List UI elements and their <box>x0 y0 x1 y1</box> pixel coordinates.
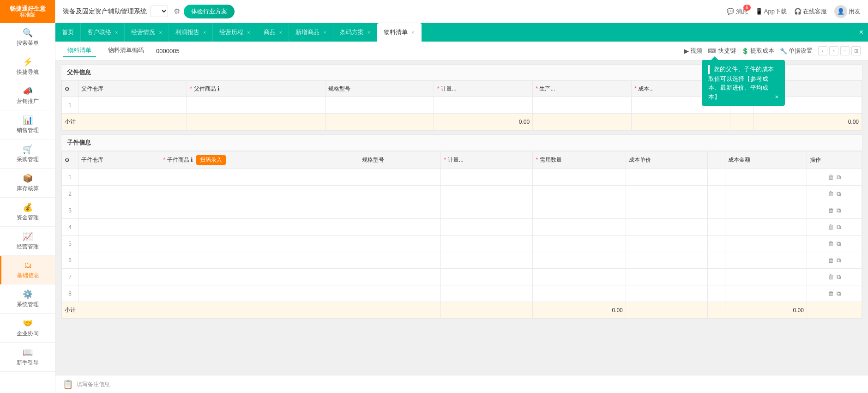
nav-tab-条码方案[interactable]: 条码方案× <box>333 23 377 42</box>
child-product-cell[interactable] <box>160 219 359 236</box>
message-button[interactable]: 💬 6 消息 <box>727 7 748 16</box>
tab-close-icon[interactable]: × <box>279 30 282 35</box>
child-warehouse-cell[interactable] <box>78 186 160 202</box>
child-unit-cost-cell[interactable] <box>626 285 707 302</box>
child-spec-cell[interactable] <box>359 285 441 302</box>
parent-produce-cell[interactable] <box>533 97 632 114</box>
child-spec-cell[interactable] <box>359 186 441 202</box>
shortcut-button[interactable]: ⌨ 快捷键 <box>708 47 736 55</box>
tab-material-list[interactable]: 物料清单 <box>63 44 96 57</box>
child-spec-cell[interactable] <box>359 202 441 219</box>
sidebar-item-库存核算[interactable]: 📦库存核算 <box>0 169 55 198</box>
child-unit-cost-cell[interactable] <box>626 219 707 236</box>
child-unit-cost-cell[interactable] <box>626 269 707 285</box>
tab-close-icon[interactable]: × <box>159 30 162 35</box>
sidebar-item-销售管理[interactable]: 📊销售管理 <box>0 110 55 139</box>
video-button[interactable]: ▶ 视频 <box>684 47 702 55</box>
child-product-cell[interactable] <box>160 202 359 219</box>
nav-tab-客户联络[interactable]: 客户联络× <box>81 23 125 42</box>
list-view-button[interactable]: ≡ <box>840 46 850 55</box>
tab-close-icon[interactable]: × <box>203 30 206 35</box>
child-warehouse-cell[interactable] <box>78 219 160 236</box>
sidebar-item-经营管理[interactable]: 📈经营管理 <box>0 227 55 256</box>
note-placeholder[interactable]: 填写备注信息 <box>77 381 110 388</box>
child-unit-cell[interactable] <box>441 202 515 219</box>
sidebar-item-企业协同[interactable]: 🤝企业协同 <box>0 314 55 343</box>
parent-unit-cell[interactable] <box>434 97 533 114</box>
nav-tab-经营情况[interactable]: 经营情况× <box>125 23 169 42</box>
child-unit-cell[interactable] <box>441 236 515 252</box>
app-download-button[interactable]: 📱 App下载 <box>755 7 787 16</box>
child-unit-cell[interactable] <box>441 219 515 236</box>
parent-spec-cell[interactable] <box>326 97 434 114</box>
child-qty-cell[interactable] <box>533 285 626 302</box>
child-spec-cell[interactable] <box>359 236 441 252</box>
delete-icon[interactable]: 🗑 <box>828 207 834 214</box>
user-button[interactable]: 👤 用友 <box>834 5 861 18</box>
child-product-cell[interactable] <box>160 169 359 186</box>
child-unit-cost-cell[interactable] <box>626 236 707 252</box>
child-warehouse-cell[interactable] <box>78 269 160 285</box>
child-warehouse-cell[interactable] <box>78 169 160 186</box>
child-qty-cell[interactable] <box>533 269 626 285</box>
sidebar-item-采购管理[interactable]: 🛒采购管理 <box>0 139 55 169</box>
child-unit-cost-cell[interactable] <box>626 169 707 186</box>
nav-tab-新增商品[interactable]: 新增商品× <box>289 23 333 42</box>
child-product-cell[interactable] <box>160 285 359 302</box>
extract-cost-button[interactable]: 💲 提取成本 <box>741 47 774 55</box>
child-qty-cell[interactable] <box>533 202 626 219</box>
sidebar-item-快捷导航[interactable]: ⚡快捷导航 <box>0 52 55 81</box>
nav-tab-物料清单[interactable]: 物料清单× <box>377 23 421 42</box>
child-spec-cell[interactable] <box>359 169 441 186</box>
nav-tab-经营历程[interactable]: 经营历程× <box>213 23 257 42</box>
tab-close-icon[interactable]: × <box>247 30 250 35</box>
copy-icon[interactable]: ⧉ <box>837 257 841 264</box>
copy-icon[interactable]: ⧉ <box>837 273 841 281</box>
delete-icon[interactable]: 🗑 <box>828 224 834 230</box>
child-qty-cell[interactable] <box>533 186 626 202</box>
parent-warehouse-cell[interactable] <box>78 97 187 114</box>
tooltip-close-button[interactable]: × <box>775 92 778 102</box>
tab-close-icon[interactable]: × <box>411 30 414 35</box>
sidebar-item-搜索菜单[interactable]: 🔍搜索菜单 <box>0 23 55 52</box>
child-unit-cost-cell[interactable] <box>626 252 707 269</box>
prev-page-button[interactable]: ‹ <box>818 46 827 55</box>
child-unit-cell[interactable] <box>441 285 515 302</box>
child-spec-cell[interactable] <box>359 219 441 236</box>
child-unit-cost-cell[interactable] <box>626 202 707 219</box>
child-warehouse-cell[interactable] <box>78 202 160 219</box>
parent-product-cell[interactable] <box>187 97 326 114</box>
nav-tab-利润报告[interactable]: 利润报告× <box>169 23 213 42</box>
child-unit-cost-cell[interactable] <box>626 186 707 202</box>
delete-icon[interactable]: 🗑 <box>828 240 834 247</box>
sidebar-item-新手引导[interactable]: 📖新手引导 <box>0 343 55 372</box>
delete-icon[interactable]: 🗑 <box>828 273 834 280</box>
trial-button[interactable]: 体验行业方案 <box>184 5 235 18</box>
child-unit-cell[interactable] <box>441 252 515 269</box>
sidebar-item-资金管理[interactable]: 💰资金管理 <box>0 198 55 227</box>
sidebar-item-营销推广[interactable]: 📣营销推广 <box>0 81 55 110</box>
child-warehouse-cell[interactable] <box>78 236 160 252</box>
delete-icon[interactable]: 🗑 <box>828 290 834 297</box>
child-product-cell[interactable] <box>160 236 359 252</box>
child-qty-cell[interactable] <box>533 252 626 269</box>
child-unit-cell[interactable] <box>441 169 515 186</box>
child-product-cell[interactable] <box>160 186 359 202</box>
child-product-cell[interactable] <box>160 252 359 269</box>
parent-col-settings[interactable]: ⚙ <box>62 81 78 97</box>
child-qty-cell[interactable] <box>533 169 626 186</box>
delete-icon[interactable]: 🗑 <box>828 190 834 197</box>
copy-icon[interactable]: ⧉ <box>837 174 841 181</box>
child-warehouse-cell[interactable] <box>78 252 160 269</box>
system-select[interactable] <box>151 6 168 17</box>
delete-icon[interactable]: 🗑 <box>828 257 834 264</box>
grid-view-button[interactable]: ⊞ <box>851 46 861 55</box>
copy-icon[interactable]: ⧉ <box>837 207 841 214</box>
child-qty-cell[interactable] <box>533 219 626 236</box>
sidebar-item-基础信息[interactable]: 🗂基础信息 <box>0 256 55 284</box>
copy-icon[interactable]: ⧉ <box>837 290 841 297</box>
child-col-settings[interactable]: ⚙ <box>62 151 78 169</box>
sidebar-item-系统管理[interactable]: ⚙️系统管理 <box>0 284 55 314</box>
child-product-cell[interactable] <box>160 269 359 285</box>
single-settings-button[interactable]: 🔧 单据设置 <box>780 47 813 55</box>
